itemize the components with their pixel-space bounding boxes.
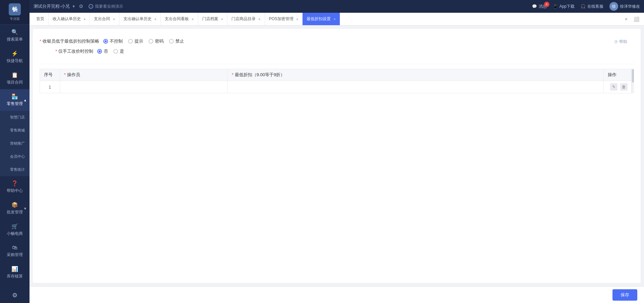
topbar-customer-service-button[interactable]: 🎧 在线客服	[581, 4, 603, 9]
help-label: 帮助	[619, 39, 627, 45]
sidebar-item-wholesale-label: 批发管理	[7, 209, 23, 215]
col-seq-header: 序号	[40, 69, 60, 81]
sidebar-item-smart-store-label: 智慧门店	[10, 115, 25, 120]
field1-radio-group: 不控制 提示 密码 禁止	[103, 38, 184, 44]
radio-ban[interactable]: 禁止	[169, 38, 184, 44]
tab-payment-contract-board-close[interactable]: ×	[192, 17, 194, 21]
sidebar-item-ecommerce[interactable]: 🛒 小畅电商	[0, 219, 30, 241]
col-discount-header: * 最低折扣（9.00等于9折）	[228, 69, 604, 81]
field2-label: * 仅手工改价时控制	[40, 48, 93, 54]
topbar-demo-label: 我要看实例演示	[95, 4, 123, 9]
tab-payment-contract-board-label: 支出合同看板	[165, 16, 189, 22]
sidebar-item-wholesale[interactable]: 📦 批发管理 ▼	[0, 198, 30, 219]
radio-no-control-label: 不控制	[110, 38, 123, 44]
topbar-project-selector[interactable]: 测试分开完程-小兄 ▼	[34, 3, 75, 9]
delete-row-button[interactable]: 🗑	[620, 83, 628, 91]
table-cell-operator[interactable]	[60, 81, 228, 93]
sidebar-item-shortcut[interactable]: ⚡ 快捷导航	[0, 46, 30, 68]
sidebar-item-smart-store[interactable]: 智慧门店	[0, 111, 30, 124]
sidebar-item-shortcut-label: 快捷导航	[7, 58, 23, 64]
radio-yes-label: 是	[120, 48, 124, 54]
footer: 保存	[30, 286, 644, 303]
sidebar-item-finance[interactable]: 💰 资金管理	[0, 283, 30, 288]
tab-payment-contract-label: 支出合同	[94, 16, 110, 22]
tab-close-all-button[interactable]: ×	[623, 16, 630, 22]
topbar-user-name: 徐泽华修改	[620, 4, 640, 9]
radio-password-circle	[149, 39, 153, 44]
project-icon: 📋	[11, 72, 18, 78]
field1-required-mark: *	[40, 39, 41, 44]
radio-hint[interactable]: 提示	[128, 38, 143, 44]
tab-payment-confirm-history[interactable]: 支出确认单历史 ×	[119, 13, 161, 26]
tab-pos-password[interactable]: POS加密管理 ×	[265, 13, 303, 26]
sidebar-item-search[interactable]: 🔍 搜索菜单	[0, 25, 30, 46]
table-scrollbar[interactable]	[631, 69, 634, 93]
tab-pos-password-close[interactable]: ×	[296, 17, 298, 21]
sidebar-item-retail-label: 零售管理	[7, 101, 23, 107]
table-section: 序号 * 操作员 * 最低折扣（9.00等于9折）	[40, 69, 634, 93]
app-download-icon: 📱	[553, 4, 558, 9]
sidebar-item-project-label: 项目合同	[7, 80, 23, 85]
sidebar-item-project[interactable]: 📋 项目合同	[0, 68, 30, 89]
tab-payment-confirm-history-close[interactable]: ×	[154, 17, 156, 21]
sidebar-item-inventory[interactable]: 📊 库存核算	[0, 262, 30, 283]
inventory-icon: 📊	[11, 266, 18, 272]
tab-payment-contract-close[interactable]: ×	[113, 17, 115, 21]
sidebar-item-retail-stats[interactable]: 零售统计	[0, 163, 30, 176]
radio-no[interactable]: 否	[97, 48, 108, 54]
topbar-demo-link[interactable]: ○ 我要看实例演示	[89, 4, 123, 9]
tab-home[interactable]: 首页	[32, 13, 49, 26]
tab-payment-contract-board[interactable]: 支出合同看板 ×	[161, 13, 198, 26]
topbar-app-download-button[interactable]: 📱 App下载	[553, 4, 575, 9]
tab-min-discount[interactable]: 最低折扣设置 ×	[303, 13, 340, 26]
sidebar-item-retail-mall[interactable]: 零售商城	[0, 124, 30, 137]
help-icon: ⑦	[614, 40, 618, 44]
sidebar-item-retail[interactable]: 🏪 零售管理 ▲	[0, 89, 30, 111]
sidebar-item-retail-mall-label: 零售商城	[10, 128, 25, 133]
radio-yes[interactable]: 是	[113, 48, 124, 54]
topbar-settings-icon[interactable]: ⚙	[79, 3, 83, 9]
sidebar-logo: 畅 专业版	[0, 0, 30, 25]
sidebar-item-purchase-label: 采购管理	[7, 252, 23, 258]
radio-no-label: 否	[104, 48, 108, 54]
sidebar-item-members[interactable]: 会员中心	[0, 150, 30, 163]
topbar-user-button[interactable]: 徐 徐泽华修改	[609, 2, 640, 11]
sidebar-settings-button[interactable]: ⚙	[0, 288, 30, 303]
customer-service-icon: 🎧	[581, 4, 586, 9]
tab-payment-confirm-history-label: 支出确认单历史	[123, 16, 152, 22]
save-button[interactable]: 保存	[612, 289, 637, 301]
topbar-project-name: 测试分开完程-小兄	[34, 3, 70, 9]
sidebar-item-marketing[interactable]: 营销推广	[0, 137, 30, 150]
tab-expand-button[interactable]: ⬜	[632, 16, 641, 22]
sidebar-item-search-label: 搜索菜单	[7, 37, 23, 42]
sidebar-item-purchase[interactable]: 🛍 采购管理	[0, 241, 30, 262]
radio-no-control[interactable]: 不控制	[103, 38, 123, 44]
table-cell-discount[interactable]	[228, 81, 604, 93]
ecommerce-icon: 🛒	[11, 223, 18, 230]
tab-store-products[interactable]: 门店商品目录 ×	[227, 13, 265, 26]
tab-payment-contract[interactable]: 支出合同 ×	[90, 13, 119, 26]
radio-password[interactable]: 密码	[149, 38, 164, 44]
project-dropdown-icon: ▼	[72, 4, 75, 8]
sidebar-item-members-label: 会员中心	[10, 154, 25, 159]
col-action-header: 操作	[604, 69, 634, 81]
tab-store-products-close[interactable]: ×	[258, 17, 260, 21]
tab-store-file[interactable]: 门店档案 ×	[198, 13, 227, 26]
edit-row-button[interactable]: ✎	[610, 83, 618, 91]
topbar-message-button[interactable]: 💬 消息 8	[532, 4, 547, 9]
help-button[interactable]: ⑦ 帮助	[614, 39, 627, 45]
col-operator-header: * 操作员	[60, 69, 228, 81]
sidebar-item-help-label: 帮助中心	[7, 188, 23, 194]
settings-icon: ⚙	[12, 292, 17, 299]
tab-income-history[interactable]: 收入确认单历史 ×	[49, 13, 90, 26]
form-row-1: * 收银员低于最低折扣控制策略 不控制 提示	[40, 38, 634, 44]
tab-income-history-close[interactable]: ×	[84, 17, 86, 21]
logo-icon: 畅	[9, 3, 21, 15]
tab-min-discount-label: 最低折扣设置	[307, 16, 331, 22]
shortcut-icon: ⚡	[11, 50, 18, 57]
topbar-customer-service-label: 在线客服	[587, 4, 603, 9]
tab-store-file-close[interactable]: ×	[221, 17, 223, 21]
tab-min-discount-close[interactable]: ×	[333, 17, 335, 21]
sidebar-item-help[interactable]: ❓ 帮助中心	[0, 176, 30, 198]
radio-hint-circle	[128, 39, 133, 44]
